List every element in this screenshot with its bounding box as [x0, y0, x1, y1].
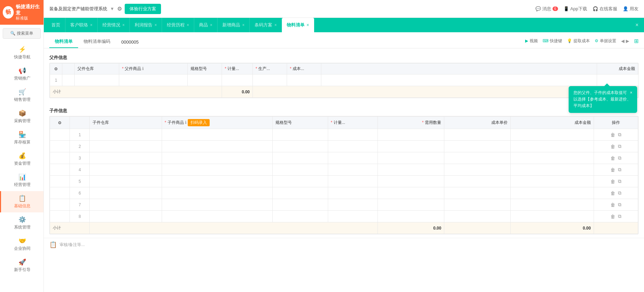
scan-input-button[interactable]: 扫码录入	[188, 119, 210, 126]
child-row-2-unit[interactable]	[328, 141, 378, 152]
tab-operation-history-close[interactable]: ×	[187, 23, 189, 27]
search-menu-button[interactable]: 🔍 搜索菜单	[3, 28, 41, 39]
sidebar-item-quicknav[interactable]: ⚡ 快捷导航	[0, 42, 44, 63]
next-icon[interactable]: ▶	[626, 38, 629, 44]
child-row-4-price[interactable]	[444, 164, 511, 176]
sub-tab-bom-code-label[interactable]: 物料清单编码	[78, 36, 116, 48]
settings-icon[interactable]: ⚙	[117, 5, 122, 12]
child-row-1-product[interactable]	[162, 129, 272, 141]
sidebar-item-corp[interactable]: 🤝 企业协同	[0, 234, 44, 255]
parent-row-1-extra[interactable]	[287, 74, 321, 86]
document-settings-button[interactable]: ⚙ 单据设置	[595, 38, 616, 44]
copy-icon-row-2[interactable]: ⧉	[618, 143, 621, 149]
tooltip-close-button[interactable]: ×	[630, 90, 632, 96]
child-row-2-spec[interactable]	[272, 141, 328, 152]
sidebar-item-marketing[interactable]: 📢 营销推广	[0, 63, 44, 85]
child-row-5-unit[interactable]	[328, 176, 378, 187]
copy-icon-row-7[interactable]: ⧉	[618, 202, 621, 208]
parent-row-1-cost[interactable]	[253, 74, 287, 86]
copy-icon-row-8[interactable]: ⧉	[618, 213, 621, 219]
child-row-1-unit[interactable]	[328, 129, 378, 141]
tab-customer[interactable]: 客户联络 ×	[65, 18, 98, 32]
tab-goods-close[interactable]: ×	[210, 23, 212, 27]
tab-barcode-close[interactable]: ×	[274, 23, 277, 27]
child-row-8-warehouse[interactable]	[90, 211, 162, 222]
delete-icon-row-3[interactable]: 🗑	[610, 155, 615, 161]
delete-icon-row-1[interactable]: 🗑	[610, 132, 615, 138]
child-row-7-warehouse[interactable]	[90, 199, 162, 211]
child-row-8-qty[interactable]	[378, 211, 444, 222]
child-row-6-qty[interactable]	[378, 187, 444, 199]
trial-button[interactable]: 体验行业方案	[125, 4, 161, 14]
delete-icon-row-7[interactable]: 🗑	[610, 202, 615, 208]
child-row-1-price[interactable]	[444, 129, 511, 141]
app-download-item[interactable]: 📱 App下载	[564, 6, 587, 12]
parent-row-1-warehouse[interactable]	[62, 74, 75, 86]
tab-barcode[interactable]: 条码方案 ×	[250, 18, 282, 32]
child-row-5-product[interactable]	[162, 176, 272, 187]
child-row-5-qty[interactable]	[378, 176, 444, 187]
close-all-tabs-icon[interactable]: ×	[633, 22, 641, 28]
child-row-3-qty[interactable]	[378, 152, 444, 164]
child-row-5-warehouse[interactable]	[90, 176, 162, 187]
delete-icon-row-5[interactable]: 🗑	[610, 179, 615, 184]
child-row-3-warehouse[interactable]	[90, 152, 162, 164]
tab-bom[interactable]: 物料清单 ×	[282, 18, 314, 32]
child-row-2-price[interactable]	[444, 141, 511, 152]
child-row-4-qty[interactable]	[378, 164, 444, 176]
child-row-2-product[interactable]	[162, 141, 272, 152]
tab-customer-close[interactable]: ×	[90, 23, 92, 27]
sidebar-item-basic[interactable]: 📋 基础信息	[0, 191, 44, 212]
parent-row-1-produce[interactable]	[222, 74, 253, 86]
child-row-4-warehouse[interactable]	[90, 164, 162, 176]
child-row-7-qty[interactable]	[378, 199, 444, 211]
parent-row-1-unit[interactable]	[188, 74, 222, 86]
sidebar-item-finance[interactable]: 💰 资金管理	[0, 149, 44, 170]
tab-bom-close[interactable]: ×	[307, 23, 309, 27]
parent-th-gear[interactable]: ⚙	[50, 63, 62, 74]
child-row-3-unit[interactable]	[328, 152, 378, 164]
child-row-2-qty[interactable]	[378, 141, 444, 152]
child-row-7-price[interactable]	[444, 199, 511, 211]
child-row-7-unit[interactable]	[328, 199, 378, 211]
child-row-3-price[interactable]	[444, 152, 511, 164]
child-row-4-product[interactable]	[162, 164, 272, 176]
child-row-5-spec[interactable]	[272, 176, 328, 187]
child-row-8-product[interactable]	[162, 211, 272, 222]
child-row-6-spec[interactable]	[272, 187, 328, 199]
child-row-1-qty[interactable]	[378, 129, 444, 141]
parent-row-1-product[interactable]	[75, 74, 119, 86]
child-row-7-product[interactable]	[162, 199, 272, 211]
sidebar-item-system[interactable]: ⚙️ 系统管理	[0, 212, 44, 234]
child-row-7-spec[interactable]	[272, 199, 328, 211]
child-row-1-warehouse[interactable]	[90, 129, 162, 141]
tab-profit[interactable]: 利润报告 ×	[130, 18, 162, 32]
tab-operation-status-close[interactable]: ×	[122, 23, 125, 27]
child-row-3-spec[interactable]	[272, 152, 328, 164]
delete-icon-row-6[interactable]: 🗑	[610, 190, 615, 196]
shortcut-button[interactable]: ⌨ 快捷键	[543, 38, 562, 44]
tab-operation-history[interactable]: 经营历程 ×	[162, 18, 194, 32]
child-row-2-warehouse[interactable]	[90, 141, 162, 152]
child-row-8-unit[interactable]	[328, 211, 378, 222]
child-row-6-product[interactable]	[162, 187, 272, 199]
child-row-4-spec[interactable]	[272, 164, 328, 176]
extract-cost-button[interactable]: 💡 提取成本	[567, 38, 590, 44]
online-service-item[interactable]: 🎧 在线客服	[593, 6, 617, 12]
view-video-button[interactable]: ▶ 视频	[525, 38, 538, 44]
child-row-6-warehouse[interactable]	[90, 187, 162, 199]
tab-goods[interactable]: 商品 ×	[194, 18, 218, 32]
sidebar-item-guide[interactable]: 🚀 新手引导	[0, 255, 44, 276]
child-row-3-product[interactable]	[162, 152, 272, 164]
grid-view-icon[interactable]: ⊞	[634, 38, 639, 44]
delete-icon-row-8[interactable]: 🗑	[610, 214, 615, 219]
child-row-5-price[interactable]	[444, 176, 511, 187]
copy-icon-row-6[interactable]: ⧉	[618, 190, 621, 196]
sidebar-item-purchase[interactable]: 📦 采购管理	[0, 106, 44, 127]
prev-icon[interactable]: ◀	[621, 38, 624, 44]
copy-icon-row-5[interactable]: ⧉	[618, 178, 621, 184]
tab-home[interactable]: 首页	[47, 18, 65, 32]
child-row-6-price[interactable]	[444, 187, 511, 199]
message-item[interactable]: 💬 消息 6	[535, 6, 558, 12]
child-row-6-unit[interactable]	[328, 187, 378, 199]
